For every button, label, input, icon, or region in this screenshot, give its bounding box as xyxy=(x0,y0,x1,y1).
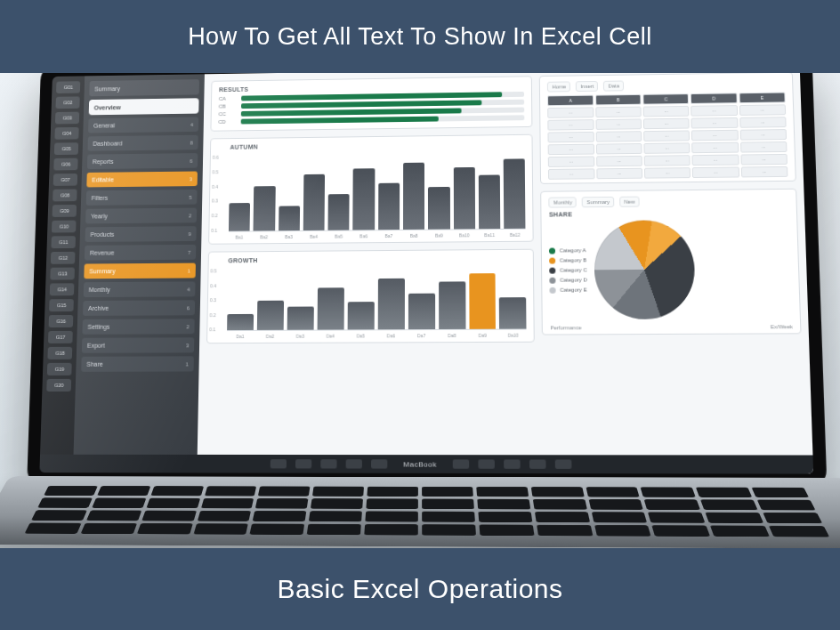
sidebar-item[interactable]: Revenue7 xyxy=(85,245,196,261)
pie-tab[interactable]: Summary xyxy=(582,197,614,207)
status-bar: MacBook xyxy=(39,455,813,474)
rail-chip[interactable]: G02 xyxy=(56,96,80,109)
grid-cell[interactable]: ··· xyxy=(548,168,594,179)
rail-chip[interactable]: G11 xyxy=(51,236,76,248)
keyboard-key xyxy=(86,510,141,521)
bar xyxy=(317,287,343,330)
rail-chip[interactable]: G09 xyxy=(52,205,77,217)
rail-chip[interactable]: G04 xyxy=(54,127,78,140)
grid-header-cell[interactable]: E xyxy=(739,93,786,104)
keyboard-key xyxy=(250,523,305,534)
grid-cell[interactable]: ··· xyxy=(643,142,690,154)
rail-chip[interactable]: G10 xyxy=(52,221,77,233)
grid-cell[interactable]: ··· xyxy=(739,117,787,128)
rail-chip[interactable]: G08 xyxy=(52,189,77,201)
grid-cell[interactable]: ··· xyxy=(740,154,788,166)
grid-header-cell[interactable]: D xyxy=(691,93,737,104)
rail-chip[interactable]: G03 xyxy=(55,112,79,125)
grid-cell[interactable]: ··· xyxy=(595,131,642,141)
rail-chip[interactable]: G14 xyxy=(50,283,75,295)
rail-chip[interactable]: G16 xyxy=(49,315,74,327)
sidebar-item[interactable]: Export3 xyxy=(82,337,194,353)
sidebar-item[interactable]: Filters5 xyxy=(86,190,198,206)
grid-cell[interactable]: ··· xyxy=(643,130,690,141)
bar xyxy=(328,194,350,230)
grid-cell[interactable]: ··· xyxy=(692,155,739,166)
sidebar-item[interactable]: Editable3 xyxy=(86,172,198,188)
rail-chip[interactable]: G19 xyxy=(47,363,72,376)
bar xyxy=(479,174,501,229)
grid-cell[interactable]: ··· xyxy=(548,156,594,166)
sidebar-item[interactable]: Settings2 xyxy=(82,319,194,335)
bar xyxy=(499,297,527,329)
rail-chip[interactable]: G15 xyxy=(49,299,74,311)
bar xyxy=(227,314,254,330)
sidebar-item[interactable]: Dashboard8 xyxy=(87,135,198,151)
sidebar-item[interactable]: Reports6 xyxy=(87,153,198,169)
grid-cell[interactable]: ··· xyxy=(548,119,594,130)
grid-cell[interactable]: ··· xyxy=(596,156,642,166)
grid-header-cell[interactable]: A xyxy=(547,95,594,106)
progress-row: CD xyxy=(218,115,524,125)
grid-cell[interactable]: ··· xyxy=(596,143,642,154)
grid-cell[interactable]: ··· xyxy=(548,107,594,117)
grid-cell[interactable]: ··· xyxy=(548,144,594,155)
grid-cell[interactable]: ··· xyxy=(596,168,642,179)
rail-chip[interactable]: G07 xyxy=(53,174,77,186)
status-chip xyxy=(270,459,286,468)
grid-cell[interactable]: ··· xyxy=(740,141,788,153)
data-grid[interactable]: ABCDE···································… xyxy=(547,93,788,180)
grid-cell[interactable]: ··· xyxy=(643,106,690,117)
grid-tab[interactable]: Insert xyxy=(576,81,598,92)
rail-chip[interactable]: G18 xyxy=(47,347,72,359)
grid-header-cell[interactable]: B xyxy=(595,94,642,105)
grid-cell[interactable]: ··· xyxy=(548,132,594,142)
bar xyxy=(453,167,475,229)
grid-cell[interactable]: ··· xyxy=(741,166,788,178)
sidebar-item[interactable]: Share1 xyxy=(81,356,194,371)
grid-cell[interactable]: ··· xyxy=(595,118,642,129)
status-chip xyxy=(345,459,361,468)
grid-cell[interactable]: ··· xyxy=(739,104,787,116)
rail-chip[interactable]: G01 xyxy=(56,81,80,93)
grid-cell[interactable]: ··· xyxy=(644,155,691,166)
sidebar-item[interactable]: General4 xyxy=(88,117,198,133)
rail-chip[interactable]: G13 xyxy=(50,268,75,280)
footer-title: Basic Excel Operations xyxy=(277,574,562,604)
grid-cell[interactable]: ··· xyxy=(739,129,787,141)
grid-tab[interactable]: Data xyxy=(603,81,624,92)
pie-tab[interactable]: Monthly xyxy=(549,197,577,207)
sidebar-item[interactable]: Archive6 xyxy=(83,300,195,316)
rail-chip[interactable]: G06 xyxy=(53,158,77,171)
bar xyxy=(353,168,375,230)
rail-chip[interactable]: G20 xyxy=(46,379,71,392)
bar xyxy=(428,187,449,230)
sidebar-item[interactable]: Yearly2 xyxy=(85,208,197,224)
grid-cell[interactable]: ··· xyxy=(595,107,642,117)
bar xyxy=(439,281,465,329)
grid-cell[interactable]: ··· xyxy=(691,117,738,129)
status-chip xyxy=(505,459,521,468)
bar xyxy=(303,174,326,230)
rail-chip[interactable]: G12 xyxy=(51,252,76,264)
keyboard-key xyxy=(37,497,93,507)
grid-cell[interactable]: ··· xyxy=(644,167,691,179)
grid-cell[interactable]: ··· xyxy=(691,142,739,154)
grid-cell[interactable]: ··· xyxy=(691,130,738,141)
status-chip xyxy=(479,459,496,468)
sidebar-item[interactable]: Products9 xyxy=(85,226,196,242)
sidebar-item[interactable]: Summary1 xyxy=(84,263,196,279)
pie-sub-a: Performance xyxy=(550,325,581,330)
grid-cell[interactable]: ··· xyxy=(692,166,739,178)
keyboard-key xyxy=(307,524,361,536)
keyboard-key xyxy=(706,513,764,523)
sidebar-item[interactable]: Monthly4 xyxy=(84,281,196,297)
pie-tab[interactable]: New xyxy=(619,197,640,207)
grid-cell[interactable]: ··· xyxy=(643,118,690,130)
grid-cell[interactable]: ··· xyxy=(691,105,737,117)
grid-header-cell[interactable]: C xyxy=(642,93,689,105)
sidebar-overview-pill[interactable]: Overview xyxy=(89,98,199,115)
rail-chip[interactable]: G17 xyxy=(48,331,73,343)
rail-chip[interactable]: G05 xyxy=(54,142,78,155)
grid-tab[interactable]: Home xyxy=(547,81,570,92)
